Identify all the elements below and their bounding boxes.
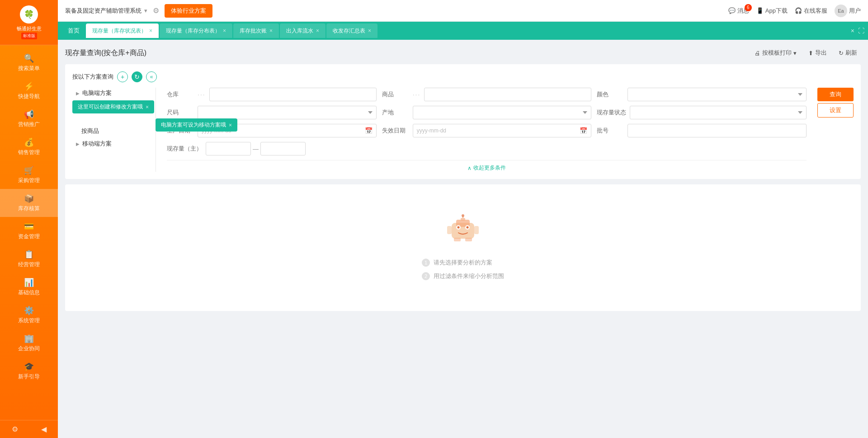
tab-receipt-summary[interactable]: 收发存汇总表 × <box>326 24 377 38</box>
sidebar-item-marketing[interactable]: 📢 营销推广 <box>0 105 58 133</box>
stock-qty-max[interactable] <box>260 142 306 155</box>
message-btn[interactable]: 💬 消息 6 <box>728 7 749 15</box>
main-container: 装备及固定资产辅助管理系统 ▾ ⚙ 体验行业方案 💬 消息 6 📱 App下载 … <box>58 0 868 438</box>
tab-batch-ledger[interactable]: 库存批次账 × <box>233 24 279 38</box>
range-separator: — <box>253 146 259 152</box>
print-btn[interactable]: 🖨 按模板打印 ▾ <box>751 47 800 59</box>
headset-icon: 🎧 <box>795 7 802 14</box>
tabbar-right: × ⛶ <box>851 27 864 34</box>
sidebar-item-search-menu[interactable]: 🔍 搜索菜单 <box>0 49 58 77</box>
inventory-icon: 📦 <box>24 193 34 203</box>
collapse-filter-btn[interactable]: ∧ 收起更多条件 <box>167 160 807 172</box>
sidebar-item-enterprise[interactable]: 🏢 企业协同 <box>0 329 58 357</box>
tab-close-icon[interactable]: × <box>316 28 319 34</box>
sidebar-item-sales[interactable]: 💰 销售管理 <box>0 133 58 161</box>
logo-tag: 标准版 <box>21 33 37 39</box>
user-profile-btn[interactable]: Ea 用户 <box>835 5 861 17</box>
tab-close-icon[interactable]: × <box>368 28 371 34</box>
tooltip2-close-icon[interactable]: × <box>146 104 149 110</box>
settings-gear-icon[interactable]: ⚙ <box>153 6 159 15</box>
tab-inventory-dist[interactable]: 现存量（库存分布表） × <box>160 24 232 38</box>
reset-button[interactable]: 设置 <box>817 103 854 118</box>
tooltip1-text: 电脑方案可设为移动方案哦 <box>161 121 226 129</box>
tab-close-icon[interactable]: × <box>223 28 226 34</box>
sidebar-nav: 🔍 搜索菜单 ⚡ 快捷导航 📢 营销推广 💰 销售管理 🛒 采购管理 📦 库存核… <box>0 45 58 420</box>
tab-label: 现存量（库存状况表） <box>92 27 146 35</box>
search-button[interactable]: 查询 <box>817 88 854 101</box>
filter-row-2: 尺码 产地 现存量状态 <box>167 106 807 119</box>
back-scheme-btn[interactable]: « <box>146 71 157 82</box>
sidebar-item-purchase[interactable]: 🛒 采购管理 <box>0 161 58 189</box>
empty-illustration <box>445 212 481 248</box>
online-support-label: 在线客服 <box>804 7 827 15</box>
sidebar-item-system[interactable]: ⚙️ 系统管理 <box>0 301 58 329</box>
empty-step-2-text: 用过滤条件来缩小分析范围 <box>434 270 504 282</box>
tab-stock-flow[interactable]: 出入库流水 × <box>280 24 326 38</box>
goods-input[interactable] <box>424 88 591 101</box>
sidebar-item-inventory[interactable]: 📦 库存核算 <box>0 189 58 217</box>
filter-tree-sub: 按商品 <box>72 126 145 137</box>
system-name-text: 装备及固定资产辅助管理系统 <box>65 7 142 15</box>
sidebar-item-basic[interactable]: 📊 基础信息 <box>0 273 58 301</box>
expire-date-input[interactable]: yyyy-mm-dd 📅 <box>413 124 592 137</box>
settings-icon[interactable]: ⚙ <box>12 425 18 433</box>
tree-item-mobile[interactable]: ▶ 移动端方案 <box>76 138 145 149</box>
filter-field-origin: 产地 <box>382 106 592 119</box>
sidebar-item-label: 企业协同 <box>18 345 40 353</box>
online-support-btn[interactable]: 🎧 在线客服 <box>795 7 827 15</box>
stock-status-select[interactable] <box>630 106 807 119</box>
tab-close-icon[interactable]: × <box>149 28 152 34</box>
app-download-btn[interactable]: 📱 App下载 <box>756 7 788 15</box>
page-actions: 🖨 按模板打印 ▾ ⬆ 导出 ↻ 刷新 <box>751 47 861 59</box>
sidebar-item-label: 基础信息 <box>18 289 40 297</box>
warehouse-label: 仓库 <box>167 90 194 99</box>
tab-close-icon[interactable]: × <box>269 28 273 34</box>
tab-close-all-icon[interactable]: × <box>851 27 854 34</box>
collapse-sidebar-icon[interactable]: ◀ <box>41 425 47 433</box>
sidebar-item-operations[interactable]: 📋 经营管理 <box>0 245 58 273</box>
filter-field-warehouse: 仓库 ··· <box>167 88 377 101</box>
size-select[interactable] <box>198 106 377 119</box>
guide-icon: 🎓 <box>24 362 34 372</box>
print-label: 按模板打印 <box>762 49 792 57</box>
empty-step-1-text: 请先选择要分析的方案 <box>434 257 492 268</box>
sidebar-item-quick-nav[interactable]: ⚡ 快捷导航 <box>0 77 58 105</box>
add-scheme-btn[interactable]: + <box>117 71 128 82</box>
origin-select[interactable] <box>413 106 592 119</box>
export-btn[interactable]: ⬆ 导出 <box>805 47 830 59</box>
refresh-scheme-btn[interactable]: ↻ <box>132 71 142 82</box>
refresh-btn[interactable]: ↻ 刷新 <box>835 47 861 59</box>
filter-tree: ▶ 电脑端方案 <box>72 88 145 99</box>
warehouse-input[interactable] <box>209 88 377 101</box>
filter-field-color: 颜色 <box>597 88 807 101</box>
tree-item-pc[interactable]: ▶ 电脑端方案 <box>76 88 145 99</box>
sidebar-item-guide[interactable]: 🎓 新手引导 <box>0 357 58 385</box>
color-select[interactable] <box>627 88 807 101</box>
tree-sub-item[interactable]: 按商品 <box>81 126 145 137</box>
batch-input[interactable] <box>627 124 807 137</box>
tooltip1-close-icon[interactable]: × <box>229 122 232 128</box>
sidebar-item-label: 销售管理 <box>18 149 40 156</box>
system-name-chevron: ▾ <box>144 7 147 14</box>
industry-btn[interactable]: 体验行业方案 <box>165 4 212 18</box>
stock-qty-min[interactable] <box>206 142 251 155</box>
tab-expand-icon[interactable]: ⛶ <box>858 27 864 34</box>
export-label: 导出 <box>815 49 827 57</box>
filter-row-1: 仓库 ··· 商品 ··· 颜色 <box>167 88 807 101</box>
system-name: 装备及固定资产辅助管理系统 ▾ <box>65 7 147 15</box>
tab-inventory-status[interactable]: 现存量（库存状况表） × <box>86 24 159 38</box>
svg-rect-11 <box>454 238 461 241</box>
sidebar-item-label: 快捷导航 <box>18 93 40 100</box>
tree-item-label: 电脑端方案 <box>82 89 112 97</box>
logo-text: 畅通好生意 <box>17 25 42 32</box>
export-icon: ⬆ <box>808 50 813 57</box>
filter-field-stock-status: 现存量状态 <box>597 106 807 119</box>
size-label: 尺码 <box>167 108 194 117</box>
sidebar-item-finance[interactable]: 💳 资金管理 <box>0 217 58 245</box>
sales-icon: 💰 <box>24 137 34 147</box>
filter-field-expire-date: 失效日期 yyyy-mm-dd 📅 <box>382 124 592 137</box>
purchase-icon: 🛒 <box>24 165 34 175</box>
tab-label: 出入库流水 <box>286 27 313 35</box>
app-download-label: App下载 <box>765 7 788 15</box>
tab-home[interactable]: 首页 <box>61 27 86 35</box>
